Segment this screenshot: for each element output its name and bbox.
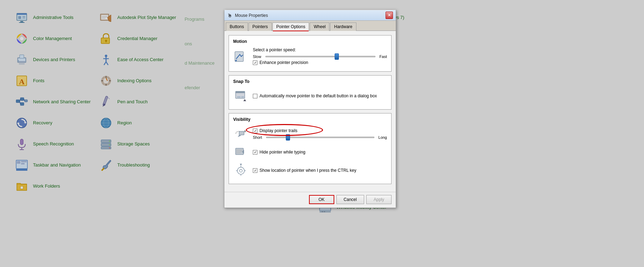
show-location-label: Show location of pointer when I press th… bbox=[259, 168, 356, 173]
auto-move-checkbox[interactable] bbox=[253, 94, 257, 98]
dialog-close-button[interactable]: ✕ bbox=[386, 12, 393, 19]
motion-controls: Select a pointer speed: Slow Fast ✓ bbox=[253, 47, 387, 65]
snap-to-controls: Automatically move pointer to the defaul… bbox=[253, 92, 387, 98]
show-location-icon bbox=[233, 162, 249, 177]
visibility-title: Visibility bbox=[233, 117, 387, 122]
snap-to-row: Automatically move pointer to the defaul… bbox=[233, 87, 387, 103]
svg-marker-118 bbox=[238, 135, 241, 137]
mouse-properties-dialog: 🖱 Mouse Properties ✕ Buttons Pointers Po… bbox=[224, 10, 396, 208]
show-location-checkbox-row[interactable]: ✓ Show location of pointer when I press … bbox=[253, 168, 387, 173]
snap-to-section: Snap To bbox=[229, 75, 392, 110]
show-location-controls: ✓ Show location of pointer when I press … bbox=[253, 167, 387, 173]
slow-label: Slow bbox=[253, 54, 261, 59]
hide-typing-checkbox[interactable]: ✓ bbox=[253, 150, 257, 155]
display-trails-checkmark: ✓ bbox=[254, 129, 257, 133]
trails-icon bbox=[233, 125, 249, 141]
apply-button[interactable]: Apply bbox=[366, 195, 392, 204]
speed-label: Select a pointer speed: bbox=[253, 47, 387, 52]
dialog-footer: OK Cancel Apply bbox=[224, 192, 396, 208]
long-label: Long bbox=[379, 135, 387, 139]
snap-to-title: Snap To bbox=[233, 79, 387, 84]
dialog-icon: 🖱 bbox=[227, 13, 233, 18]
show-location-checkmark: ✓ bbox=[254, 169, 257, 172]
hide-typing-checkmark: ✓ bbox=[254, 150, 257, 154]
speed-slider[interactable] bbox=[265, 56, 375, 57]
show-location-row: ✓ Show location of pointer when I press … bbox=[233, 162, 387, 177]
dialog-title-text: Mouse Properties bbox=[235, 13, 268, 18]
dialog-content: Motion Select a pointer speed: Slow bbox=[224, 31, 396, 192]
tab-pointer-options[interactable]: Pointer Options bbox=[272, 22, 309, 31]
visibility-section: Visibility bbox=[229, 113, 392, 184]
tab-pointers[interactable]: Pointers bbox=[249, 22, 272, 31]
svg-rect-114 bbox=[241, 96, 244, 98]
trails-row: ✓ Display pointer trails Short Long bbox=[233, 125, 387, 141]
show-location-checkbox[interactable]: ✓ bbox=[253, 168, 257, 173]
enhance-precision-row[interactable]: ✓ Enhance pointer precision bbox=[253, 60, 387, 65]
cancel-button[interactable]: Cancel bbox=[336, 195, 364, 204]
tab-wheel[interactable]: Wheel bbox=[310, 22, 329, 31]
svg-rect-117 bbox=[239, 131, 244, 135]
svg-rect-113 bbox=[237, 96, 241, 98]
svg-marker-130 bbox=[240, 164, 242, 166]
trails-slider-row: Short Long bbox=[253, 135, 387, 139]
auto-move-label: Automatically move pointer to the defaul… bbox=[259, 93, 377, 98]
hide-typing-row: ✓ Hide pointer while typing bbox=[233, 144, 387, 159]
ok-button[interactable]: OK bbox=[309, 195, 334, 204]
tab-hardware[interactable]: Hardware bbox=[330, 22, 356, 31]
trails-controls: ✓ Display pointer trails Short Long bbox=[253, 127, 387, 139]
snap-to-icon bbox=[233, 87, 249, 103]
short-label: Short bbox=[253, 135, 262, 139]
dialog-tabs: Buttons Pointers Pointer Options Wheel H… bbox=[224, 21, 396, 31]
svg-rect-112 bbox=[236, 91, 245, 93]
enhance-precision-checkmark: ✓ bbox=[254, 61, 257, 65]
hide-typing-icon bbox=[233, 144, 249, 159]
motion-row: Select a pointer speed: Slow Fast ✓ bbox=[233, 47, 387, 65]
modal-overlay: 🖱 Mouse Properties ✕ Buttons Pointers Po… bbox=[0, 0, 644, 267]
auto-move-row[interactable]: Automatically move pointer to the defaul… bbox=[253, 93, 387, 98]
display-trails-checkbox[interactable]: ✓ bbox=[253, 129, 257, 133]
display-trails-label: Display pointer trails bbox=[259, 128, 297, 133]
svg-point-125 bbox=[239, 169, 242, 172]
motion-icon bbox=[233, 48, 249, 64]
svg-marker-115 bbox=[243, 99, 246, 101]
trails-slider-thumb bbox=[286, 134, 290, 141]
hide-typing-controls: ✓ Hide pointer while typing bbox=[253, 148, 387, 155]
svg-point-124 bbox=[237, 167, 244, 174]
enhance-precision-label: Enhance pointer precision bbox=[259, 60, 308, 65]
motion-title: Motion bbox=[233, 39, 387, 44]
fast-label: Fast bbox=[380, 54, 387, 59]
speed-slider-thumb bbox=[335, 53, 339, 60]
tab-buttons[interactable]: Buttons bbox=[226, 22, 248, 31]
trails-slider[interactable] bbox=[266, 137, 374, 138]
hide-typing-checkbox-row[interactable]: ✓ Hide pointer while typing bbox=[253, 150, 387, 155]
hide-typing-label: Hide pointer while typing bbox=[259, 150, 305, 155]
speed-slider-row: Slow Fast bbox=[253, 54, 387, 59]
display-trails-row[interactable]: ✓ Display pointer trails bbox=[253, 128, 387, 133]
motion-section: Motion Select a pointer speed: Slow bbox=[229, 35, 392, 72]
enhance-precision-checkbox[interactable]: ✓ bbox=[253, 60, 257, 65]
dialog-titlebar[interactable]: 🖱 Mouse Properties ✕ bbox=[224, 10, 396, 21]
dialog-title-left: 🖱 Mouse Properties bbox=[227, 13, 268, 18]
